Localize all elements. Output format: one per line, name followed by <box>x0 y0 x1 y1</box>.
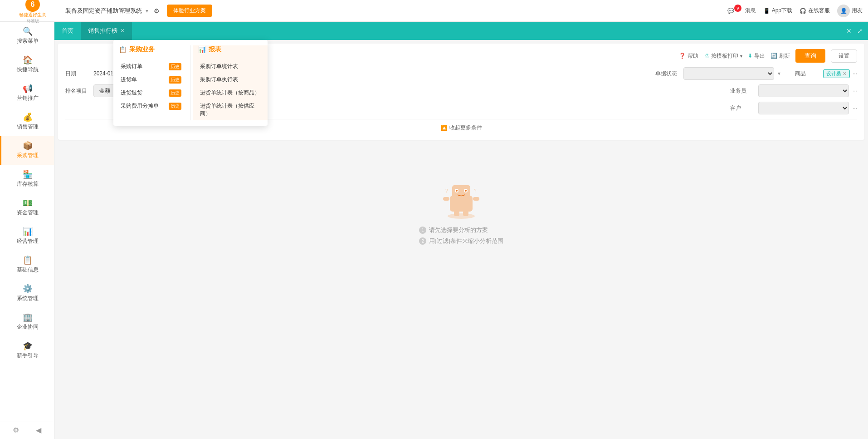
dropdown-item-purchase-order[interactable]: 采购订单 历史 <box>119 60 183 73</box>
refresh-icon: 🔄 <box>770 53 777 59</box>
svg-rect-7 <box>443 197 449 201</box>
tab-bar-right: ✕ ⤢ <box>844 25 868 36</box>
empty-illustration: ? ? <box>439 180 484 221</box>
query-button[interactable]: 查询 <box>795 49 825 63</box>
money-icon: 💰 <box>23 113 33 121</box>
sidebar-item-guide[interactable]: 🎓 新手引导 <box>0 336 54 365</box>
svg-point-6 <box>465 190 467 192</box>
dropdown-item-purchase-stat[interactable]: 采购订单统计表 <box>198 60 263 73</box>
sidebar-item-sales[interactable]: 💰 销售管理 <box>0 108 54 136</box>
goods-tag-close[interactable]: ✕ <box>843 71 847 77</box>
sidebar-item-search[interactable]: 🔍 搜索菜单 <box>0 22 54 50</box>
footer-settings-icon[interactable]: ⚙ <box>13 426 19 434</box>
edition-label: 标准版 <box>27 18 39 24</box>
print-template-btn[interactable]: 🖨 按模板打印 ▾ <box>704 52 742 60</box>
message-action[interactable]: 💬 9 消息 <box>727 7 756 15</box>
sidebar-item-label: 经营管理 <box>17 237 39 245</box>
close-all-icon[interactable]: ✕ <box>844 25 853 36</box>
sidebar-item-system[interactable]: ⚙️ 系统管理 <box>0 279 54 308</box>
chevron-down-icon[interactable]: ▾ <box>146 8 148 14</box>
tab-sales-rank[interactable]: 销售排行榜 ✕ <box>81 22 132 40</box>
sidebar-item-basic-info[interactable]: 📋 基础信息 <box>0 251 54 279</box>
gear-icon: ⚙️ <box>23 285 33 293</box>
tab-sales-rank-label: 销售排行榜 <box>88 27 117 35</box>
dropdown-item-expense[interactable]: 采购费用分摊单 历史 <box>119 99 183 113</box>
dropdown-columns: 📋 采购业务 采购订单 历史 进货单 历史 进货退货 历史 <box>113 45 268 120</box>
dropdown-item-return[interactable]: 进货退货 历史 <box>119 86 183 99</box>
expand-icon[interactable]: ⤢ <box>855 25 864 36</box>
sidebar: 🔍 搜索菜单 🏠 快捷导航 📢 营销推广 💰 销售管理 📦 采购管理 🏪 库存核… <box>0 22 54 439</box>
customer-ellipsis[interactable]: ··· <box>853 105 857 111</box>
salesman-select[interactable] <box>758 84 849 97</box>
graduate-icon: 🎓 <box>23 342 33 350</box>
customer-area: ··· <box>758 102 857 114</box>
print-icon: 🖨 <box>704 53 709 59</box>
dropdown-item-incoming[interactable]: 进货单 历史 <box>119 73 183 86</box>
sidebar-item-enterprise[interactable]: 🏢 企业协同 <box>0 308 54 336</box>
sidebar-item-inventory[interactable]: 🏪 库存核算 <box>0 165 54 193</box>
industry-button[interactable]: 体验行业方案 <box>167 5 212 17</box>
brand-name: 畅捷通好生意 <box>19 12 46 18</box>
help-icon: ❓ <box>679 53 686 59</box>
empty-step-1-text: 请先选择要分析的方案 <box>429 226 488 234</box>
svg-text:?: ? <box>445 188 448 193</box>
export-btn[interactable]: ⬇ 导出 <box>748 52 765 60</box>
sidebar-item-label: 搜索菜单 <box>17 37 39 45</box>
footer-collapse-icon[interactable]: ◀ <box>36 426 41 434</box>
main-layout: 🔍 搜索菜单 🏠 快捷导航 📢 营销推广 💰 销售管理 📦 采购管理 🏪 库存核… <box>0 22 868 439</box>
logo-icon: 6 <box>25 0 40 12</box>
sidebar-item-label: 营销推广 <box>17 94 39 102</box>
doc-status-select[interactable] <box>683 67 774 80</box>
app-download-action[interactable]: 📱 App下载 <box>763 7 792 15</box>
avatar: 👤 <box>837 5 850 17</box>
tab-bar: 首页 销售排行榜 ✕ ✕ ⤢ <box>54 22 868 40</box>
doc-status-label: 单据状态 <box>655 70 678 78</box>
sidebar-item-label: 采购管理 <box>17 152 39 159</box>
sidebar-item-label: 新手引导 <box>17 352 39 360</box>
purchase-col-title-text: 采购业务 <box>129 45 155 54</box>
refresh-btn[interactable]: 🔄 刷新 <box>770 52 790 60</box>
export-label: 导出 <box>754 52 765 60</box>
sidebar-item-marketing[interactable]: 📢 营销推广 <box>0 79 54 108</box>
logo-area: 6 畅捷通好生意 标准版 <box>5 0 60 24</box>
clipboard-icon: 📋 <box>23 256 33 264</box>
sidebar-item-quick-nav[interactable]: 🏠 快捷导航 <box>0 50 54 79</box>
sidebar-footer: ⚙ ◀ <box>0 421 54 439</box>
dropdown-item-purchase-exec[interactable]: 采购订单执行表 <box>198 73 263 86</box>
dropdown-item-incoming-stat-goods[interactable]: 进货单统计表（按商品） <box>198 86 263 99</box>
online-service-action[interactable]: 🎧 在线客服 <box>800 7 830 15</box>
rank-label: 排名项目 <box>65 87 88 95</box>
headset-icon: 🎧 <box>800 8 806 14</box>
doc-status-area: ▾ <box>683 67 780 80</box>
goods-ellipsis[interactable]: ··· <box>853 70 857 77</box>
settings-button[interactable]: 设置 <box>831 49 857 63</box>
sidebar-item-label: 基础信息 <box>17 266 39 274</box>
sidebar-item-finance[interactable]: 💵 资金管理 <box>0 193 54 222</box>
user-action[interactable]: 👤 用友 <box>837 5 863 17</box>
settings-icon[interactable]: ⚙ <box>154 7 160 15</box>
dropdown-vertical-divider <box>190 45 191 120</box>
top-header: 6 畅捷通好生意 标准版 装备及固定资产辅助管理系统 ▾ ⚙ 体验行业方案 💬 … <box>0 0 868 22</box>
sidebar-item-label: 资金管理 <box>17 209 39 217</box>
tab-home[interactable]: 首页 <box>54 22 81 40</box>
sidebar-item-operations[interactable]: 📊 经营管理 <box>0 222 54 251</box>
tab-close-icon[interactable]: ✕ <box>120 28 125 34</box>
help-btn[interactable]: ❓ 帮助 <box>679 52 698 60</box>
sidebar-item-purchase[interactable]: 📦 采购管理 <box>0 136 54 165</box>
goods-tag-value: 设计桑 <box>826 70 841 77</box>
empty-step-2-text: 用[过滤]条件来缩小分析范围 <box>429 237 503 245</box>
dropdown-item-incoming-stat-supplier[interactable]: 进货单统计表（按供应商） <box>198 99 263 120</box>
purchase-col-icon: 📋 <box>119 46 127 53</box>
megaphone-icon: 📢 <box>23 84 33 93</box>
collapse-icon: 🔼 <box>441 125 448 131</box>
system-title-area: 装备及固定资产辅助管理系统 ▾ ⚙ 体验行业方案 <box>65 5 727 17</box>
sidebar-item-label: 系统管理 <box>17 295 39 302</box>
header-right: 💬 9 消息 📱 App下载 🎧 在线客服 👤 用友 <box>727 5 863 17</box>
customer-select[interactable] <box>758 102 849 114</box>
salesman-ellipsis[interactable]: ··· <box>853 88 857 94</box>
svg-text:?: ? <box>474 188 477 193</box>
empty-state: ? ? 1 请先选择要分析的方案 2 用[过滤]条件来缩小分析范围 <box>54 143 868 281</box>
svg-rect-9 <box>454 211 459 216</box>
goods-tag: 设计桑 ✕ <box>823 69 850 78</box>
doc-status-chevron: ▾ <box>778 70 780 77</box>
